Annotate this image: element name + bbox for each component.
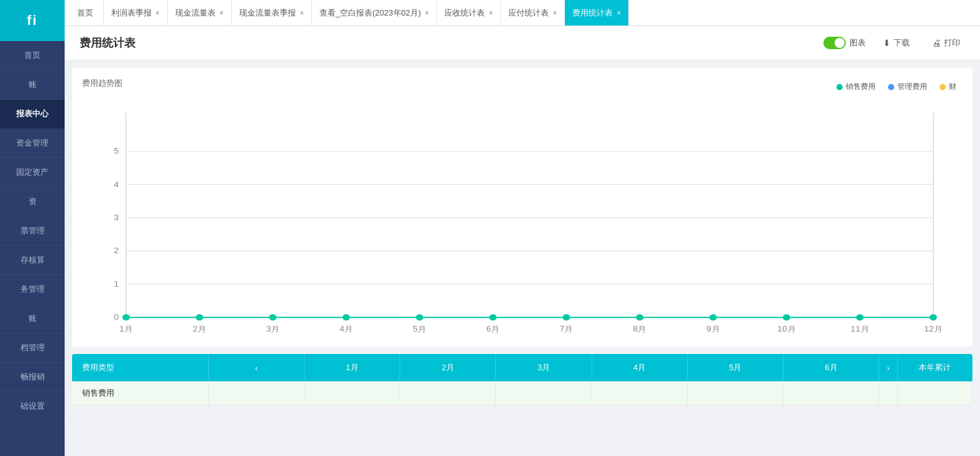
legend-dot-management <box>888 84 894 90</box>
data-table-section: 费用类型 ‹ 1月 2月 3月 4月 5月 6月 › 本年累计 销售费用 <box>72 354 973 406</box>
chart-point-12 <box>930 314 937 320</box>
sidebar-item-service[interactable]: 务管理 <box>0 275 65 304</box>
tab-close-profit[interactable]: × <box>155 9 160 17</box>
page-title: 费用统计表 <box>80 35 135 50</box>
chart-section: 费用趋势图 销售费用 管理费用 财 <box>72 68 973 347</box>
sidebar-item-ledger[interactable]: 账 <box>0 304 65 333</box>
td-m4 <box>592 381 688 405</box>
legend-label-management: 管理费用 <box>897 81 927 92</box>
sidebar-item-expense[interactable]: 畅报销 <box>0 363 65 392</box>
chart-toggle-label: 图表 <box>849 37 866 49</box>
td-spacer2 <box>879 381 898 405</box>
download-button[interactable]: ⬇ 下载 <box>878 35 915 51</box>
content-area: 费用统计表 图表 ⬇ 下载 🖨 打印 费用趋势图 <box>65 26 980 456</box>
chart-toggle[interactable] <box>823 37 846 49</box>
th-ytd: 本年累计 <box>898 354 973 381</box>
svg-text:5月: 5月 <box>413 325 426 333</box>
chart-point-9 <box>710 314 717 320</box>
legend-management: 管理费用 <box>888 81 927 92</box>
sidebar-logo: fi <box>0 0 65 41</box>
chart-point-4 <box>342 314 350 320</box>
td-m3 <box>496 381 592 405</box>
legend-finance: 财 <box>940 81 956 92</box>
legend-dot-sales <box>836 84 843 90</box>
sidebar-item-invoice[interactable]: 票管理 <box>0 216 65 246</box>
chart-container: 0 1 2 3 4 5 <box>82 100 963 337</box>
chart-legend: 销售费用 管理费用 财 <box>836 81 956 92</box>
sidebar-item-reports[interactable]: 报表中心 <box>0 100 65 129</box>
tab-profit-quarterly[interactable]: 利润表季报 × <box>104 0 168 26</box>
chart-point-6 <box>489 314 497 320</box>
th-month-4: 4月 <box>592 354 688 381</box>
chart-svg: 0 1 2 3 4 5 <box>82 100 963 337</box>
tab-close-cashflow-q[interactable]: × <box>300 9 304 17</box>
print-button[interactable]: 🖨 打印 <box>927 35 965 51</box>
tab-payable[interactable]: 应付统计表 × <box>501 0 565 26</box>
th-month-5: 5月 <box>688 354 784 381</box>
tab-close-payable[interactable]: × <box>552 9 557 17</box>
chart-point-10 <box>783 314 790 320</box>
chart-point-7 <box>562 314 570 320</box>
tab-home[interactable]: 首页 <box>67 0 104 26</box>
prev-month-arrow[interactable]: ‹ <box>255 363 257 373</box>
header-actions: 图表 ⬇ 下载 🖨 打印 <box>823 35 965 51</box>
legend-label-sales: 销售费用 <box>846 81 876 92</box>
chart-toggle-wrap: 图表 <box>823 37 866 49</box>
legend-dot-finance <box>940 84 946 90</box>
td-m1 <box>305 381 400 405</box>
sidebar-item-home[interactable]: 首页 <box>0 41 65 70</box>
td-m5 <box>688 381 784 405</box>
sidebar-item-archive[interactable]: 档管理 <box>0 333 65 363</box>
sidebar-item-assets[interactable]: 固定资产 <box>0 158 65 187</box>
legend-label-finance: 财 <box>949 81 956 92</box>
sidebar-item-settings[interactable]: 础设置 <box>0 392 65 421</box>
svg-text:11月: 11月 <box>851 325 869 333</box>
tab-cashflow[interactable]: 现金流量表 × <box>168 0 232 26</box>
tab-receivable[interactable]: 应收统计表 × <box>437 0 501 26</box>
tab-close-receivable[interactable]: × <box>488 9 493 17</box>
tab-blank-report[interactable]: 查看_空白报表(2023年02月) × <box>312 0 437 26</box>
svg-text:0: 0 <box>114 313 119 322</box>
tab-expense-stats[interactable]: 费用统计表 × <box>565 0 629 26</box>
download-icon: ⬇ <box>883 38 891 48</box>
table-header-row: 费用类型 ‹ 1月 2月 3月 4月 5月 6月 › 本年累计 <box>72 354 973 381</box>
svg-text:1: 1 <box>114 280 119 289</box>
svg-text:2月: 2月 <box>193 325 206 333</box>
chart-point-2 <box>196 314 203 320</box>
chart-point-1 <box>122 314 130 320</box>
sidebar-item-account[interactable]: 账 <box>0 70 65 100</box>
td-type-sales: 销售费用 <box>72 381 209 405</box>
svg-text:6月: 6月 <box>486 325 500 333</box>
sidebar: fi 首页 账 报表中心 资金管理 固定资产 资 票管理 存核算 务管理 账 档… <box>0 0 65 456</box>
th-month-1: 1月 <box>305 354 400 381</box>
svg-text:4月: 4月 <box>339 325 353 333</box>
next-month-arrow[interactable]: › <box>887 363 889 373</box>
svg-text:5: 5 <box>114 147 119 156</box>
tab-cashflow-quarterly[interactable]: 现金流量表季报 × <box>232 0 312 26</box>
svg-text:4: 4 <box>114 180 119 189</box>
chart-point-3 <box>269 314 277 320</box>
sidebar-item-capital[interactable]: 资 <box>0 187 65 216</box>
svg-text:12月: 12月 <box>924 325 943 333</box>
svg-text:10月: 10月 <box>777 325 796 333</box>
svg-text:3月: 3月 <box>266 325 280 333</box>
th-next-arrow[interactable]: › <box>879 354 898 381</box>
chart-point-8 <box>636 314 644 320</box>
table-row: 销售费用 <box>72 381 973 406</box>
tab-close-blank[interactable]: × <box>424 9 429 17</box>
tab-close-cashflow[interactable]: × <box>219 9 224 17</box>
print-icon: 🖨 <box>932 38 941 48</box>
sidebar-item-funds[interactable]: 资金管理 <box>0 129 65 158</box>
td-spacer <box>209 381 305 405</box>
td-m6 <box>784 381 879 405</box>
th-prev-arrow[interactable]: ‹ <box>209 354 305 381</box>
tab-close-expense[interactable]: × <box>616 9 621 17</box>
chart-title: 费用趋势图 <box>82 78 963 89</box>
svg-text:1月: 1月 <box>119 325 133 333</box>
th-month-6: 6月 <box>784 354 879 381</box>
svg-text:3: 3 <box>114 213 119 222</box>
tab-bar: 首页 利润表季报 × 现金流量表 × 现金流量表季报 × 查看_空白报表(202… <box>65 0 980 26</box>
td-ytd <box>898 381 973 405</box>
chart-point-5 <box>416 314 423 320</box>
sidebar-item-inventory[interactable]: 存核算 <box>0 246 65 275</box>
